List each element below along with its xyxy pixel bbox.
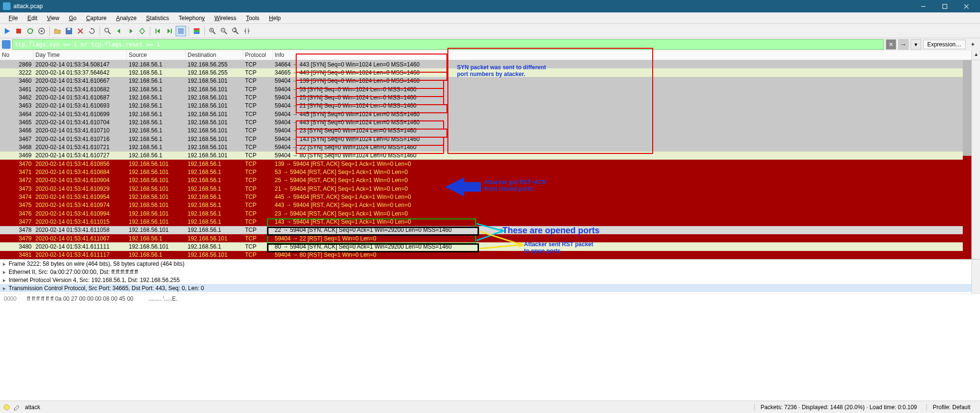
capture-options-icon[interactable]: [36, 26, 47, 36]
svg-marker-14: [91, 28, 93, 30]
open-file-icon[interactable]: [52, 26, 63, 36]
zoom-reset-icon[interactable]: 1: [230, 26, 241, 36]
vertical-scrollbar[interactable]: [971, 260, 980, 293]
go-last-icon[interactable]: [164, 26, 175, 36]
edit-icon[interactable]: [13, 403, 21, 411]
resize-columns-icon[interactable]: [242, 26, 252, 36]
svg-point-9: [41, 30, 43, 32]
packet-row[interactable]: 34802020-02-14 01:53:41.611111192.168.56…: [0, 242, 980, 250]
packet-row[interactable]: 34792020-02-14 01:53:41.611067192.168.56…: [0, 234, 980, 242]
menu-wireless[interactable]: Wireless: [210, 14, 241, 22]
close-button[interactable]: [956, 0, 977, 12]
auto-scroll-icon[interactable]: [176, 26, 186, 36]
packet-row[interactable]: 34742020-02-14 01:53:41.610954192.168.56…: [0, 193, 980, 201]
add-filter-button[interactable]: +: [968, 39, 978, 50]
packet-row[interactable]: 34642020-02-14 01:53:41.610699192.168.56…: [0, 110, 980, 118]
status-profile[interactable]: Profile: Default: [926, 404, 976, 411]
col-destination[interactable]: Destination: [186, 51, 243, 60]
expand-icon[interactable]: ▸: [3, 285, 9, 292]
toolbar-separator: [204, 26, 205, 36]
packet-row[interactable]: 34702020-02-14 01:53:41.610856192.168.56…: [0, 160, 980, 168]
menu-statistics[interactable]: Statistics: [141, 14, 174, 22]
svg-point-6: [28, 29, 33, 33]
col-no[interactable]: No: [0, 51, 33, 60]
close-file-icon[interactable]: [75, 26, 86, 36]
packet-row[interactable]: 34602020-02-14 01:53:41.610667192.168.56…: [0, 77, 980, 85]
packet-row[interactable]: 34662020-02-14 01:53:41.610710192.168.56…: [0, 127, 980, 135]
packet-row[interactable]: 34772020-02-14 01:53:41.611015192.168.56…: [0, 217, 980, 226]
packet-row[interactable]: 34762020-02-14 01:53:41.610994192.168.56…: [0, 209, 980, 217]
zoom-out-icon[interactable]: [219, 26, 229, 36]
toolbar-separator: [100, 26, 100, 36]
packet-row[interactable]: 34672020-02-14 01:53:41.610716192.168.56…: [0, 135, 980, 143]
detail-tcp[interactable]: Transmission Control Protocol, Src Port:…: [9, 285, 204, 292]
maximize-button[interactable]: [934, 0, 956, 12]
col-info[interactable]: Info: [273, 51, 980, 60]
packet-details[interactable]: ▸Frame 3222: 58 bytes on wire (464 bits)…: [0, 259, 980, 293]
menu-analyze[interactable]: Analyze: [111, 14, 142, 22]
packet-row[interactable]: 34722020-02-14 01:53:41.610904192.168.56…: [0, 176, 980, 185]
detail-frame[interactable]: Frame 3222: 58 bytes on wire (464 bits),…: [9, 261, 185, 267]
expand-icon[interactable]: ▸: [3, 277, 9, 283]
detail-ethernet[interactable]: Ethernet II, Src: 0a:00:27:00:00:00, Dst…: [9, 269, 138, 275]
packet-row[interactable]: 34652020-02-14 01:53:41.610704192.168.56…: [0, 118, 980, 126]
minimize-button[interactable]: [913, 0, 934, 12]
menu-view[interactable]: View: [42, 14, 64, 22]
clear-filter-icon[interactable]: ✕: [886, 39, 896, 50]
apply-filter-icon[interactable]: →: [898, 39, 909, 50]
col-time[interactable]: Day Time: [33, 51, 127, 60]
go-to-packet-icon[interactable]: [137, 26, 147, 36]
zoom-in-icon[interactable]: [207, 26, 218, 36]
go-forward-icon[interactable]: [125, 26, 136, 36]
filter-history-icon[interactable]: ▾: [911, 39, 921, 50]
save-file-icon[interactable]: [64, 26, 74, 36]
svg-marker-18: [130, 29, 133, 33]
bookmark-icon[interactable]: [2, 40, 11, 49]
packet-row[interactable]: 34752020-02-14 01:53:41.610974192.168.56…: [0, 201, 980, 209]
restart-capture-icon[interactable]: [25, 26, 35, 36]
packet-row[interactable]: 34612020-02-14 01:53:41.610682192.168.56…: [0, 85, 980, 93]
menu-file[interactable]: File: [4, 14, 22, 22]
menu-tools[interactable]: Tools: [241, 14, 264, 22]
expression-button[interactable]: Expression…: [923, 40, 966, 49]
menu-go[interactable]: Go: [64, 14, 81, 22]
scroll-up-icon[interactable]: ▴: [971, 51, 980, 60]
packet-row[interactable]: 34712020-02-14 01:53:41.610884192.168.56…: [0, 168, 980, 176]
packet-row[interactable]: 34812020-02-14 01:53:41.611117192.168.56…: [0, 251, 980, 259]
menu-telephony[interactable]: Telephony: [174, 14, 210, 22]
expand-icon[interactable]: ▸: [3, 269, 9, 275]
packet-row[interactable]: 34692020-02-14 01:53:41.610727192.168.56…: [0, 152, 980, 160]
start-capture-icon[interactable]: [2, 26, 12, 36]
menu-edit[interactable]: Edit: [22, 14, 42, 22]
menu-capture[interactable]: Capture: [81, 14, 111, 22]
packet-list[interactable]: 28692020-02-14 01:53:34.508147192.168.56…: [0, 60, 980, 259]
packet-row[interactable]: 32222020-02-14 01:53:37.564642192.168.56…: [0, 68, 980, 76]
vertical-scrollbar[interactable]: [971, 60, 980, 259]
hex-bytes: ff ff ff ff ff ff 0a 00 27 00 00 00 08 0…: [27, 295, 134, 302]
packet-row[interactable]: 34782020-02-14 01:53:41.611058192.168.56…: [0, 226, 980, 234]
svg-marker-23: [167, 29, 170, 33]
detail-ip[interactable]: Internet Protocol Version 4, Src: 192.16…: [9, 277, 180, 283]
display-filter-input[interactable]: [12, 39, 884, 50]
find-packet-icon[interactable]: [102, 26, 113, 36]
menu-help[interactable]: Help: [264, 14, 286, 22]
go-first-icon[interactable]: [153, 26, 163, 36]
packet-row[interactable]: 34732020-02-14 01:53:41.610929192.168.56…: [0, 185, 980, 193]
col-source[interactable]: Source: [127, 51, 186, 60]
wireshark-icon: [3, 2, 11, 10]
packet-bytes[interactable]: 0000 ff ff ff ff ff ff 0a 00 27 00 00 00…: [0, 293, 980, 304]
colorize-icon[interactable]: [191, 26, 202, 36]
packet-row[interactable]: 34632020-02-14 01:53:41.610693192.168.56…: [0, 102, 980, 110]
stop-capture-icon[interactable]: [13, 26, 24, 36]
main-toolbar: 1: [0, 24, 980, 38]
toolbar-separator: [189, 26, 189, 36]
expert-info-icon[interactable]: [4, 404, 10, 410]
reload-icon[interactable]: [87, 26, 97, 36]
title-bar: attack.pcap: [0, 0, 980, 12]
expand-icon[interactable]: ▸: [3, 261, 9, 267]
packet-row[interactable]: 34622020-02-14 01:53:41.610687192.168.56…: [0, 93, 980, 101]
go-back-icon[interactable]: [114, 26, 124, 36]
packet-row[interactable]: 34682020-02-14 01:53:41.610721192.168.56…: [0, 143, 980, 151]
packet-row[interactable]: 28692020-02-14 01:53:34.508147192.168.56…: [0, 60, 980, 68]
col-protocol[interactable]: Protocol: [243, 51, 273, 60]
